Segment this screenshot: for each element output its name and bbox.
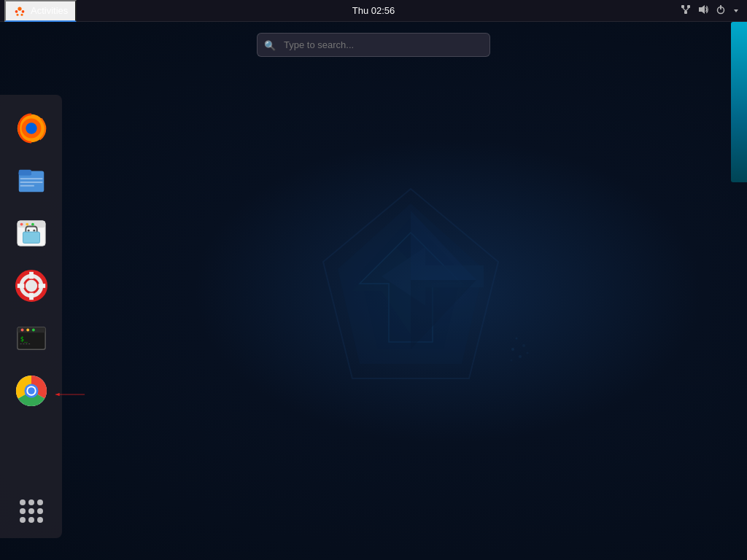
svg-marker-13 [734,9,738,12]
svg-point-26 [527,352,529,354]
volume-icon[interactable] [697,4,709,18]
svg-line-9 [686,8,689,11]
svg-point-39 [20,223,23,226]
svg-marker-10 [699,5,705,14]
dock-item-files[interactable] [9,159,53,203]
topbar: Activities Thu 02:56 [0,0,747,22]
gnome-icon [13,4,26,18]
desktop-wallpaper-logo [265,145,557,437]
svg-rect-35 [20,185,34,187]
svg-point-2 [22,9,25,12]
svg-point-3 [17,13,19,15]
topbar-left: Activities [0,0,77,22]
svg-point-30 [26,122,36,133]
dock-item-help[interactable] [9,264,53,308]
svg-text:$_: $_ [20,335,28,343]
svg-point-44 [33,230,35,232]
svg-point-41 [31,223,34,226]
topbar-right [680,4,747,18]
svg-rect-7 [684,11,687,14]
search-input[interactable] [257,33,490,57]
activities-label: Activities [31,5,68,16]
right-panel-hint [731,22,747,182]
svg-point-56 [31,329,34,332]
svg-rect-42 [23,232,39,243]
topbar-clock[interactable]: Thu 02:56 [352,5,395,16]
svg-rect-6 [687,5,690,8]
software-icon [15,217,48,250]
svg-point-23 [519,355,522,358]
clock-time: Thu 02:56 [352,5,395,16]
svg-point-55 [26,329,29,332]
help-icon [15,269,48,303]
network-icon[interactable] [680,4,692,18]
dock-item-chrome[interactable] [9,369,53,413]
dock-item-firefox[interactable] [9,106,53,150]
files-icon [15,164,48,198]
svg-point-40 [26,223,28,226]
activities-button[interactable]: Activities [4,0,77,22]
svg-point-0 [18,7,21,10]
svg-point-54 [20,329,23,332]
svg-point-4 [21,13,23,15]
show-apps-icon [20,499,43,523]
svg-point-62 [28,387,35,394]
svg-point-1 [15,9,18,12]
svg-point-24 [522,344,525,347]
svg-point-43 [27,230,29,232]
svg-point-27 [511,359,513,362]
app-dock: $_ [0,95,62,538]
svg-line-8 [683,8,686,11]
svg-rect-5 [681,5,684,8]
system-menu-arrow[interactable] [732,5,740,17]
svg-marker-20 [411,211,476,280]
svg-rect-33 [20,178,42,179]
search-container: 🔍 [257,33,490,57]
firefox-icon [15,112,48,145]
dock-item-software[interactable] [9,211,53,255]
terminal-icon: $_ [15,322,48,355]
desktop [0,22,747,560]
svg-rect-34 [20,182,42,183]
svg-rect-36 [18,170,31,176]
dock-item-terminal[interactable]: $_ [9,316,53,360]
svg-point-25 [516,338,518,340]
power-icon[interactable] [715,4,727,18]
search-icon: 🔍 [264,39,276,50]
svg-point-22 [511,348,514,351]
show-apps-button[interactable] [9,493,53,529]
chrome-icon [15,374,48,408]
